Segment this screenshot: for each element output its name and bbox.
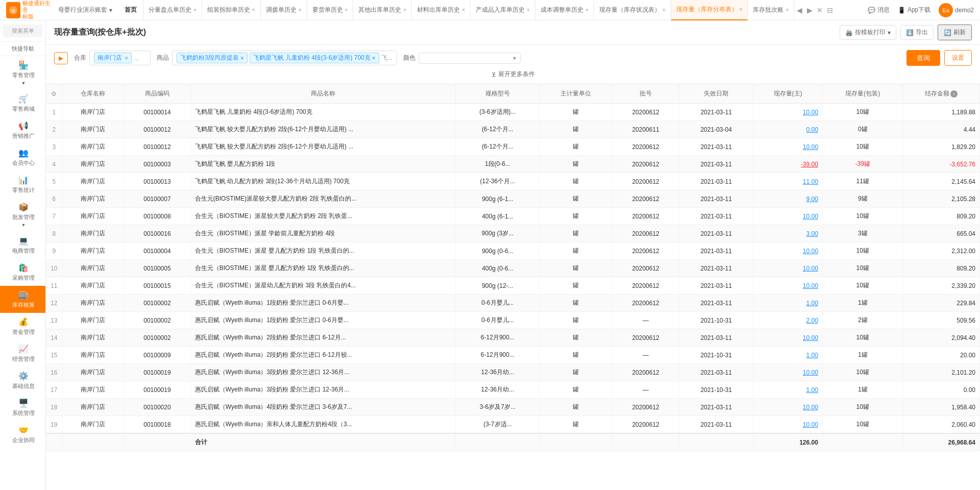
th-settings[interactable]: ⚙ [46, 84, 62, 104]
warehouse-tag-close[interactable]: × [125, 55, 128, 62]
tab-close-qita[interactable]: × [403, 7, 406, 13]
tab-fen-pan[interactable]: 分量盘点单历史 × [143, 0, 202, 20]
retail-shop-icon: 🛒 [18, 94, 29, 104]
cell-name: 飞鹤星飞帆 幼儿配方奶粉 3段(12-36个月幼儿适用) 700克 [190, 173, 456, 190]
tab-zu-chai[interactable]: 组装拆卸单历史 × [202, 0, 261, 20]
th-spec: 规格型号 [456, 84, 540, 104]
cell-qty-pkg: 9罐 [822, 190, 903, 208]
message-btn[interactable]: 💬 消息 [868, 6, 890, 14]
sidebar-item-inventory[interactable]: 🏬 库存核算 [0, 286, 45, 313]
cell-batch: 20200612 [612, 277, 679, 295]
tab-tiao-bo[interactable]: 调拨单历史 × [261, 0, 307, 20]
tab-chanzhan[interactable]: 产成品入库单历史 × [471, 0, 535, 20]
warehouse-tag-wrap[interactable]: 南岸门店 × ... [89, 51, 151, 65]
cell-name: 合生元（BIOSTIME）派星 婴儿配方奶粉 1段 乳铁蛋白的... [190, 242, 456, 260]
app-download-btn[interactable]: 📱 App下载 [898, 6, 930, 14]
svg-text:畅: 畅 [11, 9, 15, 13]
refresh-button[interactable]: 🔄 刷新 [938, 24, 972, 40]
cell-unit: 罐 [540, 190, 612, 208]
cell-amount: 2,094.40 [903, 329, 979, 347]
sidebar-item-member[interactable]: 👥 会员中心 [0, 144, 45, 171]
tab-xianzai-zhuang[interactable]: 现存量（库存状况表） × [594, 0, 671, 20]
cell-code: 00100014 [124, 104, 191, 121]
filter-expand-btn[interactable]: ▶ [54, 52, 68, 64]
cell-warehouse: 南岸门店 [62, 312, 124, 329]
cell-unit: 罐 [540, 156, 612, 173]
tab-close-chengben[interactable]: × [585, 7, 589, 13]
cell-warehouse: 南岸门店 [62, 138, 124, 156]
setting-button[interactable]: 设置 [944, 50, 972, 66]
sidebar-item-marketing[interactable]: 📢 营销推广 [0, 117, 45, 144]
tab-home[interactable]: 首页 [118, 0, 143, 20]
table-row: 4 南岸门店 00100003 飞鹤星飞帆 婴儿配方奶粉 1段 1段(0-6..… [46, 156, 980, 173]
tab-close-chanzhan[interactable]: × [527, 7, 530, 13]
row-num-11: 11 [46, 277, 62, 295]
cell-warehouse: 南岸门店 [62, 190, 124, 208]
cell-expire: 2021-03-11 [679, 138, 753, 156]
sidebar-item-retail-stats[interactable]: 📊 零售统计 [0, 171, 45, 198]
product-tag-1-close[interactable]: × [240, 55, 244, 62]
template-print-button[interactable]: 🖨️ 按模板打印 ▾ [840, 25, 896, 40]
tab-kucun-pizhang[interactable]: 库存批次账 × [748, 0, 794, 20]
tab-next[interactable]: ▶ [804, 0, 815, 20]
th-qty-pkg: 现存量(包装) [822, 84, 903, 104]
export-button[interactable]: ⬇️ 导出 [900, 25, 934, 40]
tab-prev[interactable]: ◀ [794, 0, 804, 20]
sidebar-item-system[interactable]: 🖥️ 系统管理 [0, 394, 45, 421]
product-tag-2-close[interactable]: × [372, 55, 376, 62]
sidebar-item-purchase[interactable]: 🛍️ 采购管理 [0, 259, 45, 286]
tab-chengben[interactable]: 成本调整单历史 × [535, 0, 594, 20]
cell-expire: 2021-10-31 [679, 381, 753, 399]
warehouse-dots[interactable]: ... [134, 55, 139, 62]
basic-icon: ⚙️ [18, 371, 29, 381]
sidebar-item-operation[interactable]: 📈 经营管理 [0, 340, 45, 367]
cell-qty-pkg: 10罐 [822, 329, 903, 347]
tab-cailiao[interactable]: 材料出库单历史 × [412, 0, 471, 20]
tab-close-fen-pan[interactable]: × [193, 7, 197, 13]
cell-batch: 20200612 [612, 329, 679, 347]
cell-spec: (12-36个月... [456, 173, 540, 190]
expand-more-conditions[interactable]: ⊻ 展开更多条件 [54, 70, 972, 79]
sidebar-item-wholesale[interactable]: 📦 批发管理 ▼ [0, 198, 45, 232]
tab-close-yao-huo[interactable]: × [345, 7, 348, 13]
tab-menu[interactable]: ⊟ [825, 0, 835, 20]
cell-name: 惠氏启赋（Wyeth illuma）4段奶粉 爱尔兰进口 3-6岁及7... [190, 399, 456, 416]
sidebar-item-basic[interactable]: ⚙️ 基础信息 [0, 367, 45, 394]
tab-close-kucun-pizhang[interactable]: × [786, 7, 789, 13]
cell-qty-main: 10.00 [753, 208, 822, 225]
cell-spec: 900g (0-6... [456, 242, 540, 260]
th-amount: 结存金额 i [903, 84, 979, 104]
sidebar-item-enterprise[interactable]: 🤝 企业协同 [0, 421, 45, 448]
table-row: 11 南岸门店 00100015 合生元（BIOSTIME）派星幼儿配方奶粉 3… [46, 277, 980, 295]
tab-close-xianzai-zhuang[interactable]: × [663, 7, 666, 13]
tab-close-xianzai-fen[interactable]: × [740, 7, 743, 12]
user-avatar[interactable]: Ea demo2 [939, 3, 974, 17]
sidebar-item-retail[interactable]: 🏪 零售管理 ▼ [0, 56, 45, 90]
tab-close-cailiao[interactable]: × [462, 7, 465, 13]
tab-close-tiao-bo[interactable]: × [299, 7, 302, 13]
tab-yao-huo[interactable]: 要货单历史 × [307, 0, 354, 20]
product-tag-wrap[interactable]: 飞鹤奶粉3段丙原提装 × 飞鹤星飞帆 儿童奶粉 4段(3-6岁适用) 700克 … [172, 51, 397, 65]
cell-spec: (6-12个月... [456, 138, 540, 156]
amount-info-icon[interactable]: i [950, 90, 958, 97]
sidebar-item-ecom[interactable]: 💻 电商管理 [0, 232, 45, 259]
column-settings-icon[interactable]: ⚙ [51, 90, 57, 97]
cell-code: 00100016 [124, 225, 191, 242]
color-input-wrap[interactable]: ▾ [419, 53, 521, 64]
row-num-7: 7 [46, 208, 62, 225]
cell-qty-main: 11.00 [753, 173, 822, 190]
tab-close-all[interactable]: ✕ [815, 0, 825, 20]
row-num-9: 9 [46, 242, 62, 260]
tab-qita[interactable]: 其他出库单历史 × [353, 0, 412, 20]
tab-xianzai-fen[interactable]: 现存量（库存分布表） × [671, 0, 748, 20]
sidebar-quick-nav[interactable]: 快捷导航 [0, 42, 45, 56]
query-button[interactable]: 查询 [906, 50, 940, 66]
search-menu-button[interactable]: 搜索英单 [3, 24, 42, 37]
tab-close-zu-chai[interactable]: × [252, 7, 255, 13]
cell-spec: 900g (6-1... [456, 190, 540, 208]
product-more[interactable]: 飞... [381, 54, 393, 62]
sidebar-item-finance[interactable]: 💰 资金管理 [0, 313, 45, 340]
sidebar-item-retail-shop[interactable]: 🛒 零售商城 [0, 90, 45, 117]
account-selector[interactable]: 母婴行业演示账套 ▾ [58, 6, 112, 14]
footer-qty: 126.00 [753, 433, 822, 451]
